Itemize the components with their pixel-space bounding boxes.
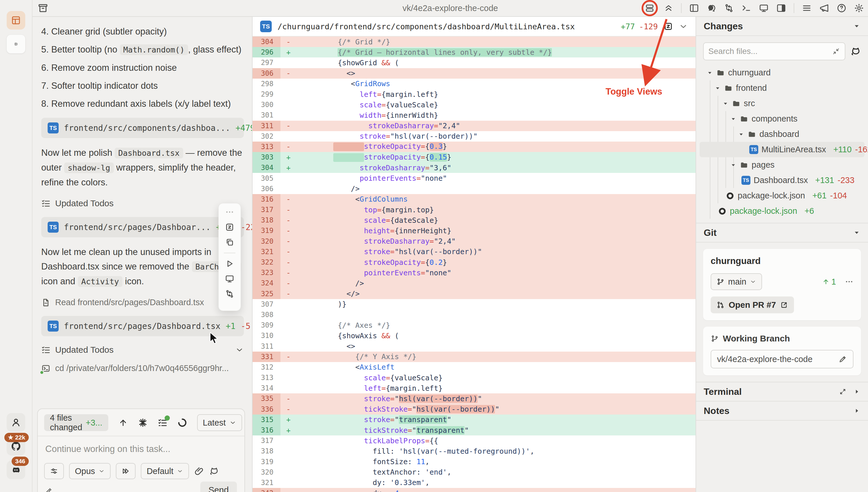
tree-file-Dashboard.tsx[interactable]: TSDashboard.tsx+131-233 (700, 173, 865, 188)
tree-file-package-lock.json[interactable]: package-lock.json+61-104 (700, 188, 865, 203)
diff-line: 318- scale={dateScale} (253, 215, 696, 225)
diff-view-icon[interactable] (664, 22, 673, 31)
collapse-tree-icon[interactable] (832, 47, 840, 55)
changed-files-tree: churnguardfrontendsrccomponentsdashboard… (696, 63, 868, 223)
toggle-views-ring (641, 0, 658, 16)
chevron-down-icon (750, 278, 756, 285)
diff-view-icon[interactable] (225, 222, 234, 232)
fast-forward-button[interactable] (116, 463, 136, 479)
topbar: vk/4e2a-explore-the-code (32, 0, 868, 17)
branch-dropdown[interactable]: main (711, 273, 762, 290)
send-button[interactable]: Send (200, 482, 237, 492)
edit-pencil-icon[interactable] (838, 355, 847, 364)
diff-line: 304- {/* Grid */} (253, 36, 696, 47)
chip-deletions: -5 (241, 321, 251, 331)
kanban-icon (14, 39, 18, 49)
repo-name: churnguard (711, 256, 853, 266)
notes-section-header[interactable]: Notes (696, 401, 868, 421)
discord-link-button[interactable]: 346 (7, 461, 25, 479)
diff-line: 319- height={innerHeight} (253, 225, 696, 236)
working-branch-field[interactable]: vk/4e2a-explore-the-code (711, 350, 853, 368)
chevron-down-icon[interactable] (235, 345, 244, 354)
spark-button[interactable] (138, 418, 148, 427)
diff-line: 323- pointerEvents="none" (253, 268, 696, 278)
monitor-icon[interactable] (759, 3, 769, 13)
file-change-chip[interactable]: TS frontend/src/components/dashboa... +4… (41, 118, 244, 138)
panel-right-icon[interactable] (776, 3, 786, 13)
ts-file-icon: TS (48, 122, 58, 133)
tree-folder-churnguard[interactable]: churnguard (700, 65, 865, 80)
tree-file-package-lock.json[interactable]: package-lock.json+6 (700, 203, 865, 219)
assistant-list: 4. Cleaner grid (subtler opacity) 5. Bet… (41, 24, 244, 111)
model-dropdown[interactable]: Opus (69, 463, 111, 479)
toggle-views-icon[interactable] (645, 3, 655, 13)
tree-file-MultiLineArea.tsx[interactable]: TSMultiLineArea.tsx+110-162 (700, 142, 865, 157)
help-icon[interactable] (837, 3, 846, 13)
play-icon[interactable] (225, 259, 234, 268)
chevron-down-icon[interactable] (679, 22, 688, 31)
tree-folder-components[interactable]: components (700, 111, 865, 126)
package-json-icon (726, 192, 734, 200)
workspace-layout-button[interactable] (7, 11, 25, 30)
open-pr-button[interactable]: Open PR #7 (711, 296, 794, 313)
diff-line: 307 )} (253, 299, 696, 310)
caret-down-icon (714, 85, 721, 91)
git-section-header[interactable]: Git (696, 223, 868, 243)
collapse-all-icon[interactable] (664, 3, 674, 13)
file-change-chip[interactable]: TS frontend/src/pages/Dashboar... +130 -… (41, 217, 244, 237)
conversation-icon[interactable] (707, 3, 717, 13)
git-compare-icon[interactable] (724, 3, 734, 13)
settings-gear-icon[interactable] (854, 3, 864, 13)
git-compare-icon[interactable] (225, 289, 234, 298)
diff-line: 300 scale={valueScale} (253, 99, 696, 110)
folder-icon (716, 69, 725, 77)
diff-line: 320 textAnchor: 'end', (253, 467, 696, 477)
mode-dropdown[interactable]: Default (141, 463, 189, 479)
diff-code-view: 304- {/* Grid */}296+ {/* Grid — horizon… (253, 36, 696, 492)
diff-line: 311 <> (253, 341, 696, 351)
diff-line: 325- </> (253, 289, 696, 299)
tree-folder-frontend[interactable]: frontend (700, 80, 865, 96)
message-input[interactable]: Continue working on this task... (44, 436, 238, 463)
monitor-icon[interactable] (225, 274, 234, 284)
version-dropdown[interactable]: Latest (197, 414, 242, 431)
terminal-icon[interactable] (742, 3, 751, 13)
diff-line: 324- /> (253, 278, 696, 288)
settings-sliders-button[interactable] (44, 463, 64, 479)
menu-icon[interactable] (802, 3, 812, 13)
more-options-icon[interactable] (845, 277, 853, 286)
updated-todos-row[interactable]: Updated Todos (41, 198, 244, 208)
copy-icon[interactable] (225, 238, 234, 247)
announcements-icon[interactable] (819, 3, 829, 13)
cat-icon[interactable] (209, 466, 219, 476)
files-changed-pill[interactable]: 4 files changed +3... (44, 414, 108, 431)
arrow-up-icon (822, 278, 830, 286)
todos-button[interactable] (158, 418, 167, 427)
expand-icon[interactable] (839, 388, 846, 395)
archive-icon[interactable] (38, 3, 48, 13)
tree-folder-dashboard[interactable]: dashboard (700, 126, 865, 142)
scroll-top-button[interactable] (118, 418, 128, 427)
file-diff-stats: +131-233 (815, 175, 854, 185)
account-button[interactable] (7, 413, 25, 432)
terminal-section-header[interactable]: Terminal (696, 382, 868, 401)
tree-folder-src[interactable]: src (700, 96, 865, 111)
todo-list-icon (41, 345, 50, 354)
terminal-command-row[interactable]: cd /private/var/folders/10/h7w0q46556ggr… (41, 364, 244, 373)
diff-line: 315+ stroke="transparent" (253, 415, 696, 425)
cat-icon[interactable] (850, 46, 861, 56)
caret-down-icon (730, 116, 736, 122)
workspace-board-button[interactable] (7, 35, 25, 53)
attach-paperclip-icon[interactable] (194, 466, 204, 476)
highlighter-icon[interactable] (43, 487, 53, 492)
updated-todos-row[interactable]: Updated Todos (41, 345, 244, 355)
tree-folder-pages[interactable]: pages (700, 157, 865, 173)
external-link-icon (780, 301, 788, 309)
read-file-row[interactable]: Read frontend/src/pages/Dashboard.tsx (41, 298, 244, 307)
panel-left-icon[interactable] (689, 3, 699, 13)
changes-section-header[interactable]: Changes (696, 17, 868, 36)
drag-dots-icon[interactable] (225, 207, 234, 217)
folder-icon (740, 115, 748, 123)
github-link-button[interactable]: ★ 22k (7, 437, 25, 456)
search-files-input[interactable]: Search files... (703, 42, 845, 60)
